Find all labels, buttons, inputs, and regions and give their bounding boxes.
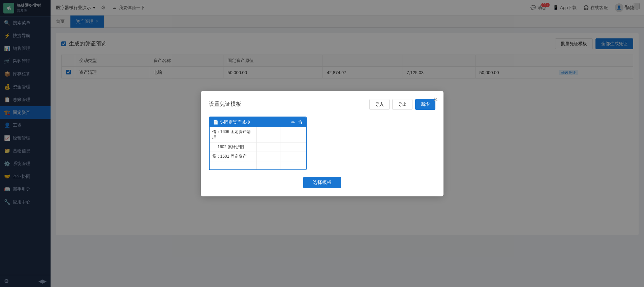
template-cell-debit xyxy=(257,161,280,169)
import-button[interactable]: 导入 xyxy=(369,99,390,110)
export-button[interactable]: 导出 xyxy=(392,99,412,110)
template-row-credit1: 贷：1601 固定资产 xyxy=(210,152,306,161)
template-doc-icon: 📄 xyxy=(213,120,218,125)
template-cell-label: 贷：1601 固定资产 xyxy=(210,152,257,161)
modal-close-button[interactable]: ✕ xyxy=(433,96,438,102)
template-row-debit1: 借：1606 固定资产清理 xyxy=(210,127,306,142)
template-cell-credit xyxy=(280,152,304,161)
template-cell-credit xyxy=(280,161,304,169)
modal-set-voucher-template: 设置凭证模板 导入 导出 新增 ✕ 📄 5-固定资产减少 ✏ 🗑 xyxy=(201,91,443,196)
template-card-5: 📄 5-固定资产减少 ✏ 🗑 借：1606 固定资产清理 xyxy=(209,117,307,170)
template-cell-label: 1602 累计折旧 xyxy=(210,142,257,152)
template-name: 5-固定资产减少 xyxy=(220,119,251,125)
select-template-row: 选择模板 xyxy=(209,177,435,188)
template-cell-label: 借：1606 固定资产清理 xyxy=(210,127,257,142)
select-template-button[interactable]: 选择模板 xyxy=(303,177,341,188)
template-cell-label xyxy=(210,161,257,169)
delete-icon[interactable]: 🗑 xyxy=(298,120,303,125)
modal-backdrop[interactable]: 设置凭证模板 导入 导出 新增 ✕ 📄 5-固定资产减少 ✏ 🗑 xyxy=(0,0,644,287)
template-list: 📄 5-固定资产减少 ✏ 🗑 借：1606 固定资产清理 xyxy=(209,117,435,170)
template-cell-debit xyxy=(257,152,280,161)
template-card-header: 📄 5-固定资产减少 ✏ 🗑 xyxy=(210,117,306,127)
modal-header: 设置凭证模板 导入 导出 新增 xyxy=(209,99,435,110)
template-cell-debit xyxy=(257,127,280,142)
modal-action-buttons: 导入 导出 新增 xyxy=(369,99,435,110)
template-cell-debit xyxy=(257,142,280,152)
template-body: 借：1606 固定资产清理 1602 累计折旧 贷：1601 固定资产 xyxy=(210,127,306,169)
template-row-empty xyxy=(210,161,306,169)
modal-title: 设置凭证模板 xyxy=(209,101,241,108)
template-cell-credit xyxy=(280,142,304,152)
template-cell-credit xyxy=(280,127,304,142)
edit-icon[interactable]: ✏ xyxy=(291,120,295,125)
template-card-actions: ✏ 🗑 xyxy=(291,120,303,125)
template-row-debit2: 1602 累计折旧 xyxy=(210,142,306,152)
new-button[interactable]: 新增 xyxy=(415,99,435,110)
